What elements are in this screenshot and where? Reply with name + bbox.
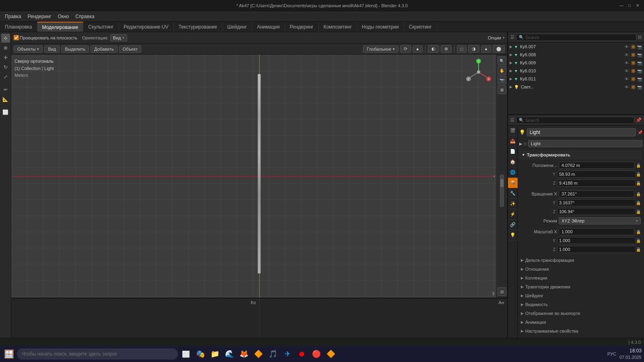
outliner-search-box[interactable]: 🔍 Search — [516, 34, 636, 41]
display-mode[interactable]: □ — [457, 45, 467, 53]
relations-section[interactable]: ▶ Отношения — [519, 265, 642, 274]
select-menu[interactable]: Выделить — [61, 45, 89, 53]
tool-measure[interactable]: 📐 — [1, 95, 10, 104]
shading-btn[interactable]: ⊕ — [441, 45, 452, 53]
prop-tab-output[interactable]: 📤 — [508, 136, 518, 146]
prop-tab-object[interactable]: 📦 — [508, 178, 518, 188]
tab-layout[interactable]: Планировка — [0, 22, 37, 32]
tab-sculpting[interactable]: Скульптинг — [83, 22, 119, 32]
ku010-cam[interactable]: 📷 — [637, 68, 642, 74]
motion-paths-section[interactable]: ▶ Траектории движения — [519, 282, 642, 291]
taskbar-blender2[interactable]: 🔶 — [324, 348, 337, 360]
taskbar-search[interactable] — [17, 348, 178, 360]
menu-help[interactable]: Справка — [72, 13, 97, 20]
ku010-light[interactable]: 🔆 — [630, 68, 636, 74]
tool-scale[interactable]: ⤢ — [1, 72, 10, 81]
shading-section[interactable]: ▶ Шейдинг — [519, 291, 642, 300]
tool-add[interactable]: ⬜ — [1, 108, 10, 117]
vp-grid[interactable]: ⊞ — [497, 85, 506, 94]
ku009-light[interactable]: 🔆 — [630, 60, 636, 66]
outliner-row-ku008[interactable]: ▶ ▼ Ку6.008 👁 🔆 📷 — [508, 51, 644, 59]
display-mode3[interactable]: ● — [481, 45, 491, 53]
taskbar-app4[interactable]: 🎵 — [266, 348, 279, 360]
taskbar-edge[interactable]: 🌊 — [223, 348, 236, 360]
tab-modeling[interactable]: Моделирование — [37, 22, 84, 32]
taskbar-app6[interactable]: 🔴 — [310, 348, 323, 360]
ku009-vis[interactable]: 👁 — [624, 60, 630, 66]
snap-btn[interactable]: ⟳ — [400, 45, 411, 53]
global-mode[interactable]: Глобальное ▾ — [363, 45, 398, 53]
prop-tab-view[interactable]: 📄 — [508, 146, 518, 157]
ku009-cam[interactable]: 📷 — [637, 60, 642, 66]
taskbar-app2[interactable]: 📁 — [208, 348, 221, 360]
view-menu[interactable]: Вид — [44, 45, 60, 53]
menu-edit[interactable]: Правка — [2, 13, 25, 20]
ku007-vis[interactable]: 👁 — [624, 44, 630, 49]
pos-x-field[interactable]: 4.0762 m — [559, 162, 634, 169]
rot-y-lock[interactable]: 🔒 — [636, 201, 641, 205]
rot-x-field[interactable]: 37.261° — [559, 190, 634, 197]
rot-z-field[interactable]: 106.94° — [557, 208, 636, 215]
light-name-field[interactable]: Light — [527, 128, 636, 136]
mode-dropdown[interactable]: XYZ Эйлер ▾ — [559, 217, 641, 224]
visibility-section[interactable]: ▶ Видимость — [519, 300, 642, 309]
tab-uv[interactable]: Редактирование UV — [119, 22, 173, 32]
ku008-cam[interactable]: 📷 — [637, 52, 642, 58]
tool-select[interactable]: ⊹ — [1, 34, 10, 43]
vp-scrollbar[interactable] — [500, 175, 504, 207]
start-button[interactable]: 🪟 — [2, 348, 15, 360]
outliner-row-ku009[interactable]: ▶ ▼ Ку6.009 👁 🔆 📷 — [508, 59, 644, 67]
rot-y-field[interactable]: 3.1637° — [557, 199, 636, 206]
tab-shading[interactable]: Шейдинг — [222, 22, 252, 32]
rot-z-lock[interactable]: 🔒 — [636, 210, 641, 214]
prop-tab-render[interactable]: 🎬 — [508, 125, 518, 136]
ku007-cam[interactable]: 📷 — [637, 44, 642, 49]
project-plane-checkbox[interactable] — [14, 35, 19, 40]
light-light[interactable]: 🔆 — [630, 84, 636, 90]
ku008-vis[interactable]: 👁 — [624, 52, 630, 58]
outliner-filter-icon[interactable]: ☰ — [510, 35, 514, 40]
outliner-row-light[interactable]: ▶ 💡 Свет... 👁 🔆 📷 — [508, 83, 644, 91]
pos-z-lock[interactable]: 🔒 — [636, 181, 641, 185]
scale-x-field[interactable]: 1.000 — [559, 228, 634, 235]
tab-compositing[interactable]: Композитинг — [319, 22, 357, 32]
delta-section[interactable]: ▶ Дельта-трансформация — [519, 256, 642, 265]
panel-collapse-left[interactable]: ‹ — [493, 173, 495, 179]
prop-tab-particles[interactable]: ✨ — [508, 199, 518, 209]
pos-z-field[interactable]: 9.4188 m — [557, 179, 636, 187]
tool-rotate[interactable]: ↻ — [1, 63, 10, 72]
display-mode2[interactable]: ◑ — [468, 45, 479, 53]
tab-animation[interactable]: Анимация — [252, 22, 285, 32]
overlay-btn[interactable]: ◐ — [428, 45, 439, 53]
prop-tab-scene[interactable]: 🏠 — [508, 157, 518, 167]
tab-texturing[interactable]: Текстурирование — [174, 22, 223, 32]
light-vis[interactable]: 👁 — [624, 84, 630, 90]
ku007-light[interactable]: 🔆 — [630, 44, 636, 49]
vp-zoom-in[interactable]: 🔍 — [497, 56, 506, 65]
light-pin[interactable]: 📌 — [638, 130, 642, 135]
light-data-field[interactable]: Light — [528, 140, 642, 147]
scale-z-lock[interactable]: 🔒 — [636, 247, 641, 252]
menu-render[interactable]: Рендеринг — [25, 13, 55, 20]
tool-annotate[interactable]: ✏ — [1, 85, 10, 94]
prop-tab-constraint[interactable]: 🔗 — [508, 220, 518, 230]
tab-geometry-nodes[interactable]: Ноды геометрии — [357, 22, 404, 32]
tool-move[interactable]: ✛ — [1, 53, 10, 62]
scale-y-lock[interactable]: 🔒 — [636, 239, 641, 243]
prop-pin-icon[interactable]: 📌 — [636, 117, 642, 123]
tab-rendering[interactable]: Рендеринг — [285, 22, 319, 32]
object-menu[interactable]: Объекты ▾ — [14, 45, 43, 53]
menu-window[interactable]: Окно — [54, 13, 72, 20]
taskbar-taskview[interactable]: ⬜ — [180, 348, 192, 360]
vp-expand[interactable]: ⊟ — [497, 287, 506, 296]
scale-y-field[interactable]: 1.000 — [557, 237, 636, 244]
prop-tab-physics[interactable]: ⚡ — [508, 209, 518, 220]
minimize-button[interactable]: — — [618, 2, 625, 9]
add-menu[interactable]: Добавить — [91, 45, 118, 53]
display-mode4[interactable]: ⬤ — [493, 45, 505, 53]
object-menu2[interactable]: Объект — [119, 45, 141, 53]
light-cam[interactable]: 📷 — [637, 84, 642, 90]
vp-camera[interactable]: 📷 — [497, 76, 506, 84]
animation-section[interactable]: ▶ Анимация — [519, 318, 642, 327]
outliner-row-ku010[interactable]: ▶ ▼ Ку6.010 👁 🔆 📷 — [508, 67, 644, 75]
